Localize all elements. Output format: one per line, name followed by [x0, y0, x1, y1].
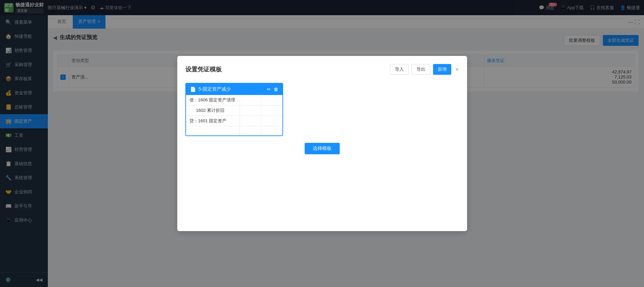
template-header-left: 📄 5-固定资产减少: [190, 86, 231, 92]
modal-close-button[interactable]: ×: [455, 66, 459, 72]
credit-cell2: [261, 116, 282, 126]
credit-label: 贷：1601 固定资产: [186, 116, 240, 126]
template-card-actions: ✏ 🗑: [267, 87, 278, 92]
export-button[interactable]: 导出: [411, 64, 430, 75]
modal-header: 设置凭证模板 导入 导出 新增 ×: [185, 64, 459, 75]
template-card: 📄 5-固定资产减少 ✏ 🗑 借：1606 固定资产清理 1602 累计折旧: [185, 83, 283, 136]
modal-overlay: 设置凭证模板 导入 导出 新增 × 📄 5-固定资产减少 ✏ 🗑: [0, 0, 644, 287]
empty-cell3: [261, 126, 282, 135]
debit2-cell1: [240, 105, 262, 116]
debit-label: 借：1606 固定资产清理: [186, 95, 240, 105]
modal-actions: 导入 导出 新增: [390, 64, 451, 75]
debit2-cell2: [261, 105, 282, 116]
edit-icon[interactable]: ✏: [267, 87, 271, 92]
empty-cell1: [186, 126, 240, 135]
select-template-button[interactable]: 选择模板: [305, 143, 340, 154]
delete-icon[interactable]: 🗑: [274, 87, 278, 92]
debit-label2: 1602 累计折旧: [186, 105, 240, 116]
template-name: 5-固定资产减少: [198, 86, 231, 92]
template-card-body: 借：1606 固定资产清理 1602 累计折旧 贷：1601 固定资产: [186, 95, 282, 135]
credit-cell1: [240, 116, 262, 126]
modal-title: 设置凭证模板: [185, 65, 222, 73]
doc-icon: 📄: [190, 87, 196, 92]
template-row-empty: [186, 126, 282, 135]
template-row-debit1: 借：1606 固定资产清理: [186, 95, 282, 105]
debit-cell1: [240, 95, 262, 105]
template-row-debit2: 1602 累计折旧: [186, 105, 282, 116]
debit-cell2: [261, 95, 282, 105]
new-button[interactable]: 新增: [433, 64, 451, 75]
import-button[interactable]: 导入: [390, 64, 409, 75]
template-row-credit: 贷：1601 固定资产: [186, 116, 282, 126]
template-card-header: 📄 5-固定资产减少 ✏ 🗑: [186, 84, 282, 95]
set-template-modal: 设置凭证模板 导入 导出 新增 × 📄 5-固定资产减少 ✏ 🗑: [177, 56, 467, 231]
empty-cell2: [240, 126, 262, 135]
